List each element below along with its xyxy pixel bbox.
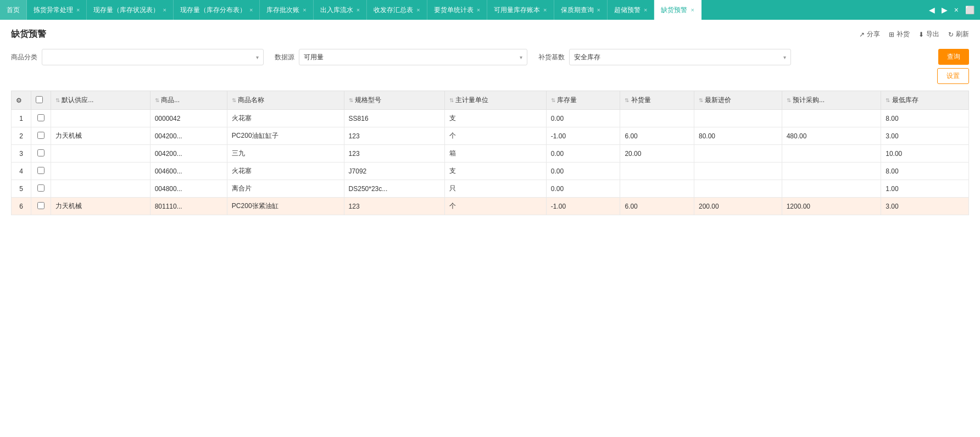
product-category-label: 商品分类 <box>11 53 37 62</box>
refresh-label: 刷新 <box>956 30 969 39</box>
close-tab-inventory-dist[interactable]: × <box>249 7 253 13</box>
tab-collect-summary[interactable]: 收发存汇总表 × <box>367 0 427 20</box>
row-checkbox-cell[interactable] <box>31 198 51 215</box>
row-product-code: 0000042 <box>150 110 227 127</box>
row-default-supplier: 力天机械 <box>51 127 151 145</box>
tab-exception[interactable]: 拣货异常处理 × <box>27 0 87 20</box>
restock-action[interactable]: ⊞ 补货 <box>889 30 910 39</box>
row-spec: 123 <box>344 145 444 163</box>
row-checkbox-cell[interactable] <box>31 145 51 163</box>
row-num: 2 <box>12 127 31 145</box>
select-all-checkbox[interactable] <box>36 96 43 103</box>
row-default-supplier: 力天机械 <box>51 198 151 215</box>
row-latest-price <box>694 180 782 198</box>
th-min-stock[interactable]: ⇅ 最低库存 <box>881 91 969 110</box>
tab-next-button[interactable]: ▶ <box>938 3 951 16</box>
export-action[interactable]: ⬇ 导出 <box>918 30 939 39</box>
row-restock-qty <box>620 180 694 198</box>
close-tab-order-stats[interactable]: × <box>477 7 480 13</box>
row-checkbox-cell[interactable] <box>31 110 51 127</box>
settings-button[interactable]: 设置 <box>937 68 969 84</box>
row-stock-qty: -1.00 <box>546 198 620 215</box>
row-checkbox[interactable] <box>37 167 44 174</box>
th-restock-qty[interactable]: ⇅ 补货量 <box>620 91 694 110</box>
close-tab-batch-account[interactable]: × <box>303 7 306 13</box>
product-category-filter-group: 商品分类 ▾ <box>11 49 264 65</box>
sort-icon-5: ⇅ <box>449 97 454 103</box>
row-checkbox-cell[interactable] <box>31 180 51 198</box>
row-restock-qty: 6.00 <box>620 127 694 145</box>
tab-inventory-dist[interactable]: 现存量（库存分布表） × <box>174 0 260 20</box>
share-icon: ↗ <box>859 31 865 38</box>
chevron-down-icon: ▾ <box>256 54 259 60</box>
row-latest-price <box>694 145 782 163</box>
query-button[interactable]: 查询 <box>938 49 969 65</box>
row-checkbox-cell[interactable] <box>31 127 51 145</box>
row-checkbox[interactable] <box>37 202 44 209</box>
row-min-stock: 8.00 <box>881 163 969 180</box>
row-checkbox[interactable] <box>37 149 44 156</box>
th-checkbox[interactable] <box>31 91 51 110</box>
th-default-supplier[interactable]: ⇅ 默认供应... <box>51 91 151 110</box>
restock-basis-filter-group: 补货基数 安全库存 ▾ <box>538 49 791 65</box>
tab-avail-ledger[interactable]: 可用量库存账本 × <box>487 0 554 20</box>
row-stock-qty: 0.00 <box>546 180 620 198</box>
row-unit: 支 <box>445 110 547 127</box>
row-checkbox[interactable] <box>37 184 44 192</box>
close-tab-overstock[interactable]: × <box>644 7 647 13</box>
product-category-select[interactable]: ▾ <box>42 49 264 65</box>
close-tab-collect-summary[interactable]: × <box>416 7 420 13</box>
th-spec[interactable]: ⇅ 规格型号 <box>344 91 444 110</box>
tab-close-all-button[interactable]: × <box>951 3 962 16</box>
row-spec: 123 <box>344 198 444 215</box>
row-checkbox[interactable] <box>37 114 44 121</box>
row-restock-qty: 20.00 <box>620 145 694 163</box>
tab-batch-account[interactable]: 库存批次账 × <box>260 0 313 20</box>
row-spec: SS816 <box>344 110 444 127</box>
tab-order-stats[interactable]: 要货单统计表 × <box>427 0 487 20</box>
refresh-action[interactable]: ↻ 刷新 <box>948 30 969 39</box>
th-est-purchase[interactable]: ⇅ 预计采购... <box>782 91 881 110</box>
tab-inout-flow[interactable]: 出入库流水 × <box>314 0 367 20</box>
table-body: 1 0000042 火花塞 SS816 支 0.00 8.00 2 力天机械 0… <box>12 110 969 215</box>
th-stock-qty[interactable]: ⇅ 库存量 <box>546 91 620 110</box>
close-tab-avail-ledger[interactable]: × <box>543 7 547 13</box>
row-default-supplier <box>51 145 151 163</box>
header-actions: ↗ 分享 ⊞ 补货 ⬇ 导出 ↻ 刷新 <box>859 30 969 39</box>
close-tab-expiry-query[interactable]: × <box>597 7 600 13</box>
row-unit: 支 <box>445 163 547 180</box>
restock-basis-select[interactable]: 安全库存 ▾ <box>569 49 791 65</box>
data-source-select[interactable]: 可用量 ▾ <box>299 49 527 65</box>
th-product-name[interactable]: ⇅ 商品名称 <box>227 91 344 110</box>
tab-inventory-status[interactable]: 现存量（库存状况表） × <box>87 0 173 20</box>
restock-label: 补货 <box>897 30 910 39</box>
row-product-name: PC200油缸缸子 <box>227 127 344 145</box>
row-unit: 个 <box>445 127 547 145</box>
row-product-code: 004800... <box>150 180 227 198</box>
tab-home[interactable]: 首页 <box>0 0 27 20</box>
th-unit[interactable]: ⇅ 主计量单位 <box>445 91 547 110</box>
row-checkbox-cell[interactable] <box>31 163 51 180</box>
tab-expiry-query[interactable]: 保质期查询 × <box>554 0 608 20</box>
tab-bar: 首页 拣货异常处理 × 现存量（库存状况表） × 现存量（库存分布表） × 库存… <box>0 0 980 20</box>
close-tab-shortage[interactable]: × <box>691 7 694 13</box>
row-checkbox[interactable] <box>37 132 44 139</box>
export-label: 导出 <box>926 30 939 39</box>
th-latest-price[interactable]: ⇅ 最新进价 <box>694 91 782 110</box>
tab-shortage[interactable]: 缺货预警 × <box>654 0 701 20</box>
share-action[interactable]: ↗ 分享 <box>859 30 880 39</box>
chevron-down-icon-2: ▾ <box>520 54 522 60</box>
table-row: 6 力天机械 801110... PC200张紧油缸 123 个 -1.00 6… <box>12 198 969 215</box>
close-tab-inventory-status[interactable]: × <box>163 7 166 13</box>
tab-maximize-button[interactable]: ⬜ <box>962 3 978 16</box>
th-gear[interactable]: ⚙ <box>12 91 31 110</box>
close-tab-inout-flow[interactable]: × <box>357 7 360 13</box>
row-unit: 个 <box>445 198 547 215</box>
row-unit: 箱 <box>445 145 547 163</box>
tab-overstock[interactable]: 超储预警 × <box>608 0 654 20</box>
th-product-code[interactable]: ⇅ 商品... <box>150 91 227 110</box>
close-tab-exception[interactable]: × <box>76 7 80 13</box>
row-est-purchase: 480.00 <box>782 127 881 145</box>
row-num: 5 <box>12 180 31 198</box>
tab-prev-button[interactable]: ◀ <box>926 3 938 16</box>
